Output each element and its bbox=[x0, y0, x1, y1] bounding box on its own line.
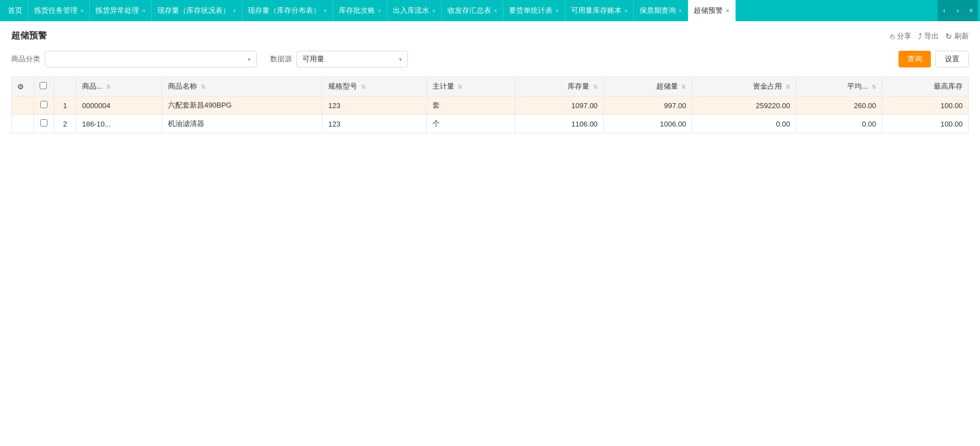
data-table: ⚙ 商品... ⇅ 商品名称 ⇅ 规格型号 ⇅ bbox=[11, 76, 969, 133]
column-product-name[interactable]: 商品名称 ⇅ bbox=[162, 77, 323, 96]
share-icon: ⎋ bbox=[890, 32, 895, 41]
tab-pick-exception[interactable]: 拣货异常处理 × bbox=[90, 0, 151, 21]
column-spec[interactable]: 规格型号 ⇅ bbox=[323, 77, 426, 96]
cell-spec: 123 bbox=[323, 96, 426, 115]
data-source-filter: 数据源 可用量 ▾ bbox=[270, 51, 408, 67]
tab-order-stats[interactable]: 要货单统计表 × bbox=[503, 0, 565, 21]
sort-icon: ⇅ bbox=[593, 84, 598, 90]
close-icon[interactable]: × bbox=[624, 7, 628, 14]
settings-button[interactable]: 设置 bbox=[935, 51, 969, 67]
nav-more-button[interactable]: × bbox=[964, 0, 978, 21]
chevron-down-icon: ▾ bbox=[248, 56, 251, 62]
cell-avg: 260.00 bbox=[796, 96, 882, 115]
column-row-num bbox=[54, 77, 76, 96]
share-link[interactable]: ⎋ 分享 bbox=[890, 31, 911, 41]
table-header: ⚙ 商品... ⇅ 商品名称 ⇅ 规格型号 ⇅ bbox=[12, 77, 969, 96]
cell-product-name: 机油滤清器 bbox=[162, 115, 323, 133]
tab-expiry-check[interactable]: 保质期查询 × bbox=[634, 0, 688, 21]
cell-capital: 0.00 bbox=[692, 115, 796, 133]
page-header: 超储预警 ⎋ 分享 ⤴ 导出 ↻ 刷新 bbox=[11, 30, 969, 42]
row-number: 2 bbox=[54, 115, 76, 133]
sort-icon: ⇅ bbox=[106, 84, 111, 90]
column-product-code[interactable]: 商品... ⇅ bbox=[76, 77, 162, 96]
cell-max-stock: 100.00 bbox=[882, 115, 968, 133]
column-overstock[interactable]: 超储量 ⇅ bbox=[603, 77, 692, 96]
sort-icon: ⇅ bbox=[458, 84, 462, 90]
column-capital[interactable]: 资金占用 ⇅ bbox=[692, 77, 796, 96]
gear-icon: ⚙ bbox=[17, 83, 24, 91]
header-actions: ⎋ 分享 ⤴ 导出 ↻ 刷新 bbox=[890, 31, 969, 41]
cell-stock: 1097.00 bbox=[515, 96, 604, 115]
page-content: 超储预警 ⎋ 分享 ⤴ 导出 ↻ 刷新 商品分类 ▾ 数据源 bbox=[0, 21, 980, 142]
close-icon[interactable]: × bbox=[432, 7, 435, 14]
tab-inventory-batch[interactable]: 库存批次账 × bbox=[333, 0, 387, 21]
sort-icon: ⇅ bbox=[872, 84, 876, 90]
cell-spec: 123 bbox=[323, 115, 426, 133]
cell-product-code: 186-10... bbox=[76, 115, 162, 133]
table-body: 1 0000004 六配套新昌490BPG 123 套 1097.00 bbox=[12, 96, 969, 133]
cell-stock: 1106.00 bbox=[515, 115, 604, 133]
sort-icon: ⇅ bbox=[361, 84, 366, 90]
close-icon[interactable]: × bbox=[378, 7, 381, 14]
cell-overstock: 1006.00 bbox=[603, 115, 692, 133]
refresh-link[interactable]: ↻ 刷新 bbox=[945, 31, 969, 41]
row-checkbox[interactable] bbox=[40, 119, 47, 127]
table-row: 1 0000004 六配套新昌490BPG 123 套 1097.00 bbox=[12, 96, 969, 115]
tab-inout-flow[interactable]: 出入库流水 × bbox=[387, 0, 441, 21]
close-icon[interactable]: × bbox=[142, 7, 145, 14]
cell-overstock: 997.00 bbox=[603, 96, 692, 115]
column-gear[interactable]: ⚙ bbox=[12, 77, 34, 96]
refresh-icon: ↻ bbox=[945, 32, 952, 41]
cell-capital: 259220.00 bbox=[692, 96, 796, 115]
cell-product-code: 0000004 bbox=[76, 96, 162, 115]
nav-arrows: ‹ › × bbox=[938, 0, 978, 21]
close-icon[interactable]: × bbox=[726, 7, 729, 14]
close-icon[interactable]: × bbox=[494, 7, 497, 14]
close-icon[interactable]: × bbox=[679, 7, 682, 14]
export-icon: ⤴ bbox=[918, 32, 922, 41]
top-navigation: 首页 拣货任务管理 × 拣货异常处理 × 现存量（库存状况表） × 现存量（库存… bbox=[0, 0, 980, 21]
nav-right-button[interactable]: › bbox=[951, 0, 964, 21]
select-all-checkbox[interactable] bbox=[40, 82, 47, 89]
data-source-label: 数据源 bbox=[270, 54, 292, 64]
cell-max-stock: 100.00 bbox=[882, 96, 968, 115]
close-icon[interactable]: × bbox=[323, 7, 326, 14]
cell-avg: 0.00 bbox=[796, 115, 882, 133]
data-source-select[interactable]: 可用量 ▾ bbox=[296, 51, 408, 67]
close-icon[interactable]: × bbox=[233, 7, 236, 14]
tab-home[interactable]: 首页 bbox=[2, 0, 28, 21]
page-title: 超储预警 bbox=[11, 30, 47, 42]
row-number: 1 bbox=[54, 96, 76, 115]
column-max-stock[interactable]: 最高库存 bbox=[882, 77, 968, 96]
close-icon[interactable]: × bbox=[555, 7, 559, 14]
row-checkbox-cell bbox=[34, 115, 54, 133]
tab-inventory-dist[interactable]: 现存量（库存分布表） × bbox=[242, 0, 333, 21]
sort-icon: ⇅ bbox=[201, 84, 205, 90]
tab-pick-task[interactable]: 拣货任务管理 × bbox=[28, 0, 90, 21]
column-unit[interactable]: 主计量 ⇅ bbox=[426, 77, 515, 96]
nav-left-button[interactable]: ‹ bbox=[938, 0, 951, 21]
tab-overstock-warning[interactable]: 超储预警 × bbox=[688, 0, 735, 21]
row-checkbox[interactable] bbox=[40, 101, 47, 108]
product-category-select[interactable]: ▾ bbox=[45, 51, 257, 67]
tab-available-inventory[interactable]: 可用量库存账本 × bbox=[565, 0, 634, 21]
cell-unit: 套 bbox=[426, 96, 515, 115]
row-action-cell bbox=[12, 96, 34, 115]
cell-product-name: 六配套新昌490BPG bbox=[162, 96, 323, 115]
row-checkbox-cell bbox=[34, 96, 54, 115]
column-stock[interactable]: 库存量 ⇅ bbox=[515, 77, 604, 96]
column-avg[interactable]: 平均... ⇅ bbox=[796, 77, 882, 96]
chevron-down-icon: ▾ bbox=[399, 56, 402, 62]
export-link[interactable]: ⤴ 导出 bbox=[918, 31, 939, 41]
tab-summary[interactable]: 收发存汇总表 × bbox=[442, 0, 503, 21]
sort-icon: ⇅ bbox=[786, 84, 790, 90]
cell-unit: 个 bbox=[426, 115, 515, 133]
query-button[interactable]: 查询 bbox=[899, 51, 931, 67]
product-category-label: 商品分类 bbox=[11, 54, 40, 64]
tab-inventory-status[interactable]: 现存量（库存状况表） × bbox=[152, 0, 242, 21]
sort-icon: ⇅ bbox=[681, 84, 686, 90]
close-icon[interactable]: × bbox=[80, 7, 84, 14]
table-row: 2 186-10... 机油滤清器 123 个 1106.00 bbox=[12, 115, 969, 133]
column-checkbox bbox=[34, 77, 54, 96]
product-category-filter: 商品分类 ▾ bbox=[11, 51, 257, 67]
